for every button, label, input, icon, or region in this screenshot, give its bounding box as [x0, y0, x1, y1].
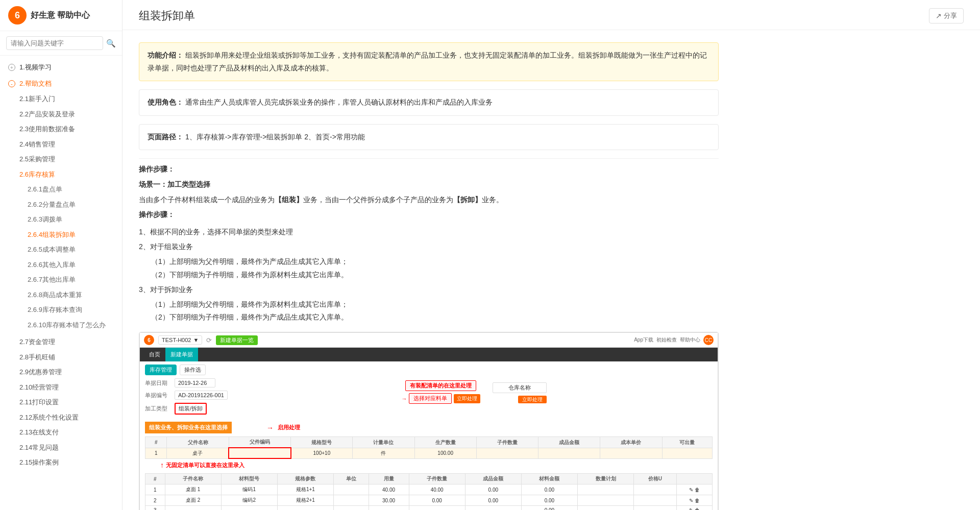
form-section: 单据日期 2019-12-26 单据编号 AD-20191226-001 加工类…: [145, 378, 228, 418]
search-input[interactable]: [6, 36, 103, 50]
sth-code: 材料型号: [221, 474, 277, 484]
sth-ops: [676, 474, 712, 484]
std-2-unit: [333, 495, 369, 506]
sidebar-item-payment[interactable]: 2.13在线支付: [19, 425, 122, 440]
sidebar-item-2-6-2[interactable]: 2.6.2分量盘点单: [28, 197, 122, 212]
path-block: 页面路径： 1、库存核算->库存管理->组装拆卸单 2、首页->常用功能: [139, 124, 719, 150]
func-intro-label: 功能介绍：: [148, 51, 183, 59]
share-label: 分享: [944, 11, 957, 20]
upper-table: # 父件名称 父件编码 规格型号 计量单位 生产数量 子件数量 成品金额 成本单…: [145, 436, 713, 459]
content-area: 功能介绍： 组装拆卸单用来处理企业组装或拆卸等加工业务，支持有固定装配清单的产品…: [122, 30, 735, 510]
tab-ops[interactable]: 操作选: [180, 365, 206, 375]
path-label: 页面路径：: [148, 133, 183, 141]
sidebar-item-purchase[interactable]: 2.5采购管理: [19, 152, 122, 167]
sidebar-item-2-6-4[interactable]: 2.6.4组装拆卸单: [28, 227, 122, 242]
warehouse-field: 仓库名称: [493, 382, 547, 393]
share-button[interactable]: ↗ 分享: [929, 8, 964, 23]
step3-1: （1）上部明细为父件明细，最终作为原材料生成其它出库单；: [139, 298, 719, 311]
sth-plan-qty: 数量计划: [578, 474, 634, 484]
app-nav-home[interactable]: 自页: [144, 348, 165, 361]
std-2-usage: 30.00: [369, 495, 409, 506]
td-1-name: 桌子: [167, 448, 229, 458]
std-1-subqty: 40.00: [409, 484, 465, 495]
new-order-btn[interactable]: 新建单据一览: [216, 335, 258, 345]
std-2-name: 桌面 2: [165, 495, 221, 506]
type-value[interactable]: 组装/拆卸: [175, 403, 207, 415]
std-1-price: [634, 484, 677, 495]
tab-inventory[interactable]: 库存管理: [145, 365, 177, 375]
sidebar-item-print[interactable]: 2.11打印设置: [19, 395, 122, 410]
page-title: 组装拆卸单: [139, 8, 195, 23]
nav-section-2: - 2.帮助文档 2.1新手入门 2.2产品安装及登录 2.3使用前数据准备 2…: [0, 76, 122, 470]
sidebar-item-newuser[interactable]: 2.1新手入门: [19, 91, 122, 107]
sidebar-item-mgmt[interactable]: 2.10经营管理: [19, 380, 122, 395]
sidebar-nav: + 1.视频学习 - 2.帮助文档 2.1新手入门 2.2产品安装及登录 2.3…: [0, 56, 122, 510]
sidebar-item-2-6-7[interactable]: 2.6.7其他出库单: [28, 272, 122, 287]
form-row-date: 单据日期 2019-12-26: [145, 378, 228, 387]
sidebar-item-mobile[interactable]: 2.8手机旺铺: [19, 350, 122, 365]
sth-usage: 用量: [369, 474, 409, 484]
enable-annotation: 启用处理: [278, 424, 300, 431]
sidebar-item-cases[interactable]: 2.15操作案例: [19, 455, 122, 470]
sidebar-item-2-6-3[interactable]: 2.6.3调拨单: [28, 212, 122, 227]
sidebar-item-coupon[interactable]: 2.9优惠券管理: [19, 365, 122, 380]
sidebar-item-helpdoc[interactable]: - 2.帮助文档: [0, 76, 122, 91]
td-1-avail: [662, 448, 712, 458]
app-logo-small: 6: [144, 335, 154, 345]
company-dropdown[interactable]: TEST-H002 ▼: [158, 335, 202, 345]
sth-material-amt: 材料金额: [521, 474, 577, 484]
sth-spec: 规格参数: [277, 474, 333, 484]
app-nav-neworder[interactable]: 新建单据: [165, 348, 198, 361]
sidebar-item-2-6-9[interactable]: 2.6.9库存账本查询: [28, 302, 122, 318]
screenshot-container: 6 TEST-H002 ▼ ⟳ 新建单据一览 App下载 初始检查 帮助中心 C…: [139, 332, 719, 510]
search-box: 🔍: [0, 31, 122, 56]
sidebar-item-2-6-1[interactable]: 2.6.1盘点单: [28, 182, 122, 197]
sth-index: #: [145, 474, 165, 484]
lower-table: # 子件名称 材料型号 规格参数 单位 用量 子件数量 成品金额 材料金额 数量…: [145, 473, 713, 510]
step3-2: （2）下部明细为子件明细，最终作为产成品生成其它入库单。: [139, 311, 719, 324]
expand-icon-1: +: [8, 64, 15, 71]
sidebar-item-faq[interactable]: 2.14常见问题: [19, 440, 122, 455]
path-text: 1、库存核算->库存管理->组装拆卸单 2、首页->常用功能: [185, 133, 365, 141]
th-produce-qty: 生产数量: [414, 437, 476, 448]
sidebar-header: 6 好生意 帮助中心: [0, 0, 122, 31]
std-1-spec: 规格1+1: [277, 484, 333, 495]
ops-steps-label: 操作步骤：: [139, 210, 719, 220]
std-2-subqty: 0.00: [409, 495, 465, 506]
sidebar-item-2-6-8[interactable]: 2.6.8商品成本重算: [28, 287, 122, 303]
sidebar-item-2-6-5[interactable]: 2.6.5成本调整单: [28, 242, 122, 257]
sidebar-item-inventory[interactable]: 2.6库存核算: [19, 167, 122, 182]
th-cost-price: 成本单价: [600, 437, 662, 448]
search-button[interactable]: 🔍: [106, 39, 116, 48]
sidebar: 6 好生意 帮助中心 🔍 + 1.视频学习 - 2.帮助文档 2.1新手入门 2…: [0, 0, 122, 510]
sidebar-item-personalize[interactable]: 2.12系统个性化设置: [19, 410, 122, 425]
std-1-unit: [333, 484, 369, 495]
sidebar-item-video[interactable]: + 1.视频学习: [0, 60, 122, 75]
th-product-amount: 成品金额: [538, 437, 600, 448]
th-sub-qty: 子件数量: [476, 437, 538, 448]
app-download-label: App下载: [634, 336, 653, 344]
std-1-prodamt: 0.00: [465, 484, 521, 495]
share-icon: ↗: [936, 12, 942, 20]
sidebar-item-2-6-10[interactable]: 2.6.10库存账本错了怎么办: [28, 318, 122, 333]
sth-unit: 单位: [333, 474, 369, 484]
std-2-plan: [578, 495, 634, 506]
func-intro-block: 功能介绍： 组装拆卸单用来处理企业组装或拆卸等加工业务，支持有固定装配清单的产品…: [139, 42, 719, 81]
code-value: AD-20191226-001: [175, 391, 228, 400]
step2-1: （1）上部明细为父件明细，最终作为产成品生成其它入库单；: [139, 255, 719, 268]
date-value: 2019-12-26: [175, 378, 215, 387]
sidebar-item-dataprep[interactable]: 2.3使用前数据准备: [19, 122, 122, 137]
sidebar-item-sales[interactable]: 2.4销售管理: [19, 137, 122, 152]
table-row-1: 1 桌子 100+10 件 100.00: [145, 448, 713, 458]
sidebar-item-2-6-6[interactable]: 2.6.6其他入库单: [28, 257, 122, 273]
sidebar-item-finance[interactable]: 2.7资金管理: [19, 334, 122, 350]
std-2-ops: ✎ 🗑: [676, 495, 712, 506]
save-btn-mock[interactable]: 立即处理: [518, 396, 547, 403]
assembly-annotation: 组装业务、拆卸业务在这里选择: [149, 424, 228, 430]
td-1-unit: 件: [353, 448, 414, 458]
sidebar-item-install[interactable]: 2.2产品安装及登录: [19, 107, 122, 122]
step3: 3、对于拆卸业务: [139, 283, 719, 296]
app-title: 好生意 帮助中心: [31, 10, 90, 21]
sidebar-sub-items: 2.1新手入门 2.2产品安装及登录 2.3使用前数据准备 2.4销售管理 2.…: [0, 91, 122, 470]
td-1-index: 1: [145, 448, 167, 458]
